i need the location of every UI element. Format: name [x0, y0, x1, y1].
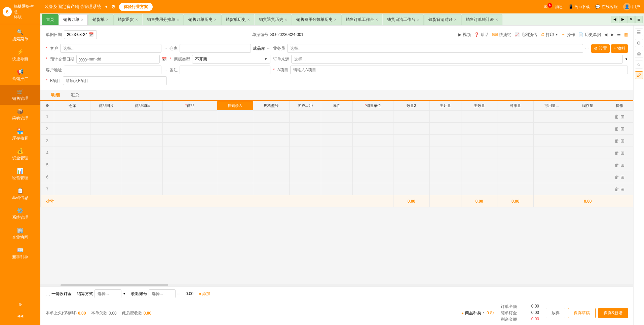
row-1-main-qty[interactable] [461, 111, 497, 123]
save-new-button[interactable]: 保存&新增 [598, 308, 628, 318]
right-panel-btn-5[interactable]: 🖊 [635, 71, 643, 79]
tab-cash-workbench-close[interactable]: ✕ [417, 18, 419, 22]
row-6-warehouse[interactable] [54, 171, 90, 183]
tab-refund-history-close[interactable]: ✕ [285, 18, 287, 22]
shortcut-btn[interactable]: ⌨ 快捷键 [492, 32, 511, 38]
row-6-code[interactable] [122, 171, 163, 183]
tab-workbench[interactable]: 销售订单工作台 ✕ [341, 14, 382, 25]
customer-input[interactable] [60, 44, 161, 53]
row-1-product[interactable] [163, 111, 217, 123]
row-3-attr[interactable] [321, 135, 352, 147]
tab-refund-history[interactable]: 销货退货历史 ✕ [255, 14, 292, 25]
tab-workbench-close[interactable]: ✕ [375, 18, 378, 22]
row-4-warehouse[interactable] [54, 147, 90, 159]
discard-button[interactable]: 放弃 [546, 308, 565, 318]
tab-cash-reconcile[interactable]: 钱货日清对账 ✕ [424, 14, 461, 25]
sidebar-item-marketing[interactable]: 📢 营销推广 [0, 65, 40, 85]
row-5-sales-unit[interactable] [352, 159, 393, 171]
row-3-main-qty[interactable] [461, 135, 497, 147]
sidebar-item-guide[interactable]: 📖 新手引导 [0, 244, 40, 263]
row-7-product[interactable] [163, 183, 217, 195]
tab-sales-order-close[interactable]: ✕ [81, 18, 83, 22]
row-4-sales-unit[interactable] [352, 147, 393, 159]
grid-view-btn[interactable]: ▦ [624, 32, 628, 37]
sidebar-item-search[interactable]: 🔍 搜索菜单 [0, 26, 40, 45]
row-5-qty2[interactable] [393, 159, 430, 171]
tab-detail[interactable]: 明细 [46, 90, 65, 101]
tab-fee-split[interactable]: 销售费用分摊单 ✕ [143, 14, 184, 25]
salesperson-dots[interactable]: ··· [585, 46, 589, 51]
receipt-account-input[interactable] [149, 289, 176, 298]
row-2-attr[interactable] [321, 123, 352, 135]
row-6-copy-btn[interactable]: ⊞ [620, 174, 624, 180]
row-4-spec[interactable] [253, 147, 290, 159]
sidebar-bottom-settings[interactable]: ⚙ [0, 299, 40, 310]
row-5-delete-btn[interactable]: 🗑 [614, 162, 619, 168]
row-2-sales-unit[interactable] [352, 123, 393, 135]
row-3-warehouse[interactable] [54, 135, 90, 147]
tab-sales-return[interactable]: 销货单 ✕ [88, 14, 113, 25]
sidebar-item-sales[interactable]: 🛒 销售管理 [0, 85, 40, 105]
row-4-cust-code[interactable] [289, 147, 321, 159]
tab-menu-btn[interactable]: ☰ [635, 16, 643, 23]
tab-summary[interactable]: 汇总 [65, 90, 85, 101]
row-3-spec[interactable] [253, 135, 290, 147]
customer-dots[interactable]: ··· [163, 46, 167, 51]
row-1-qty2[interactable] [393, 111, 430, 123]
right-panel-btn-1[interactable]: ☰ [635, 28, 643, 36]
tab-stats[interactable]: 销售订单统计表 ✕ [461, 14, 502, 25]
tab-sales-order[interactable]: 销售订单 ✕ [59, 14, 88, 25]
warehouse-dots[interactable]: ··· [267, 46, 270, 51]
row-2-warehouse[interactable] [54, 123, 90, 135]
row-5-product[interactable] [163, 159, 217, 171]
row-3-product[interactable] [163, 135, 217, 147]
tab-cash-workbench[interactable]: 钱货日清工作台 ✕ [383, 14, 424, 25]
row-5-code[interactable] [122, 159, 163, 171]
row-2-code[interactable] [122, 123, 163, 135]
row-3-copy-btn[interactable]: ⊞ [620, 138, 624, 144]
row-1-sales-unit[interactable] [352, 111, 393, 123]
save-draft-button[interactable]: 保存草稿 [568, 308, 596, 318]
row-3-qty2[interactable] [393, 135, 430, 147]
row-6-delete-btn[interactable]: 🗑 [614, 174, 619, 180]
row-2-product[interactable] [163, 123, 217, 135]
sidebar-item-operations[interactable]: 📊 经营管理 [0, 164, 40, 184]
tab-order-history-close[interactable]: ✕ [214, 18, 217, 22]
row-7-warehouse[interactable] [54, 183, 90, 195]
tab-home[interactable]: 首页 [42, 14, 59, 25]
row-7-qty2[interactable] [393, 183, 430, 195]
ticket-select[interactable]: 不开票 ▼ [192, 55, 270, 64]
one-click-deposit-checkbox[interactable] [46, 292, 50, 296]
tab-cash-reconcile-close[interactable]: ✕ [454, 18, 457, 22]
tab-sales-refund[interactable]: 销货退货 ✕ [113, 14, 142, 25]
row-4-code[interactable] [122, 147, 163, 159]
settings-right-btn[interactable]: ⚙ 设置 [591, 44, 609, 53]
order-source-input[interactable] [291, 55, 623, 64]
settlement-input[interactable] [94, 289, 121, 298]
row-1-attr[interactable] [321, 111, 352, 123]
row-5-copy-btn[interactable]: ⊞ [620, 162, 624, 168]
row-4-main-qty[interactable] [461, 147, 497, 159]
row-2-qty2[interactable] [393, 123, 430, 135]
row-1-cust-code[interactable] [289, 111, 321, 123]
sidebar-item-enterprise[interactable]: 🏢 企业协同 [0, 224, 40, 244]
list-view-btn[interactable]: ☰ [617, 32, 621, 37]
note-input[interactable] [180, 66, 270, 74]
tab-next-btn[interactable]: ▶ [619, 16, 627, 23]
warehouse-input[interactable] [180, 44, 251, 53]
row-4-attr[interactable] [321, 147, 352, 159]
operate-btn[interactable]: ⋯ 操作 [562, 32, 575, 38]
user-btn[interactable]: 👤 用户 [623, 3, 640, 10]
tab-fee-history[interactable]: 销售费用分摊单历史 ✕ [292, 14, 341, 25]
tab-order-history[interactable]: 销售订单历史 ✕ [184, 14, 221, 25]
delivery-input[interactable] [76, 55, 160, 64]
tab-return-history-close[interactable]: ✕ [247, 18, 250, 22]
row-4-qty2[interactable] [393, 147, 430, 159]
row-7-code[interactable] [122, 183, 163, 195]
profit-btn[interactable]: 📈 毛利预估 [515, 32, 537, 38]
tab-prev-btn[interactable]: ◀ [611, 16, 618, 23]
message-btn[interactable]: ✉ 9 消息 [544, 4, 563, 10]
row-7-copy-btn[interactable]: ⊞ [620, 187, 624, 192]
add-button[interactable]: ● 添加 [199, 291, 210, 297]
receipt-dots[interactable]: ··· [177, 291, 180, 296]
